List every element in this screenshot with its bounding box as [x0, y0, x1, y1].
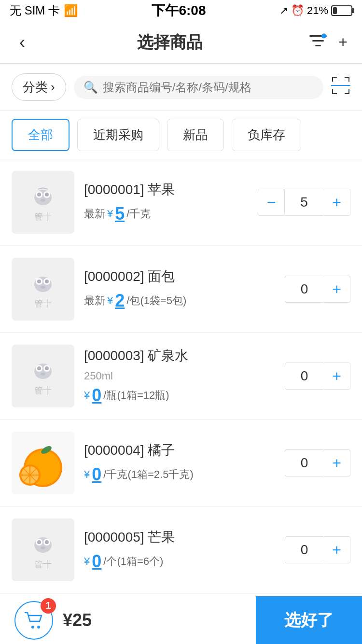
back-button[interactable]: ‹: [14, 28, 30, 57]
location-icon: ↗: [279, 4, 288, 17]
svg-point-57: [31, 626, 34, 629]
category-label: 分类: [23, 79, 48, 96]
search-input[interactable]: [103, 81, 314, 94]
list-item: 管十 [0000005] 芒果 ¥ 0 /个(1箱=6个) +: [0, 507, 362, 593]
quantity-control: − +: [258, 189, 350, 216]
svg-point-18: [41, 199, 45, 202]
product-price-row: ¥ 0 /个(1箱=6个): [84, 551, 275, 572]
wifi-icon: 📶: [64, 4, 78, 17]
product-image: 管十: [12, 258, 74, 321]
quantity-input[interactable]: [285, 276, 323, 303]
increment-button[interactable]: +: [323, 363, 350, 390]
svg-point-46: [45, 540, 49, 544]
confirm-button[interactable]: 选好了: [256, 596, 362, 644]
svg-rect-2: [315, 45, 321, 46]
category-button[interactable]: 分类 ›: [12, 73, 66, 101]
svg-point-16: [37, 193, 41, 196]
quantity-input[interactable]: [285, 449, 323, 476]
svg-rect-1: [312, 40, 324, 42]
list-item: [0000004] 橘子 ¥ 0 /千克(1箱=2.5千克) +: [0, 420, 362, 506]
tab-all[interactable]: 全部: [12, 119, 70, 151]
status-bar: 无 SIM 卡 📶 下午6:08 ↗ ⏰ 21%: [0, 0, 362, 21]
svg-point-58: [37, 626, 40, 629]
scan-icon[interactable]: [331, 76, 350, 99]
price-unit: /千克: [126, 207, 151, 221]
tab-recent[interactable]: 近期采购: [77, 119, 159, 151]
product-list: 管十 [0000001] 苹果 最新 ¥ 5 /千克 − +: [0, 159, 362, 644]
product-info: [0000005] 芒果 ¥ 0 /个(1箱=6个): [84, 528, 275, 572]
svg-point-29: [45, 366, 49, 370]
nav-actions: +: [309, 33, 348, 52]
alarm-icon: ⏰: [291, 4, 304, 17]
status-left: 无 SIM 卡 📶: [10, 3, 78, 18]
price-currency: ¥: [107, 208, 113, 220]
search-input-wrap: 🔍: [74, 76, 323, 99]
quantity-input[interactable]: [285, 189, 323, 216]
filter-icon[interactable]: [309, 33, 327, 52]
quantity-input[interactable]: [285, 536, 323, 563]
product-price-row: ¥ 0 /瓶(1箱=12瓶): [84, 385, 275, 406]
list-item: 管十 [0000003] 矿泉水 250ml ¥ 0 /瓶(1箱=12瓶) +: [0, 333, 362, 419]
svg-point-17: [45, 193, 49, 196]
product-image: 管十: [12, 518, 74, 581]
quantity-input[interactable]: [285, 363, 323, 390]
svg-point-23: [45, 280, 49, 283]
search-bar: 分类 › 🔍: [0, 64, 362, 111]
product-info: [0000003] 矿泉水 250ml ¥ 0 /瓶(1箱=12瓶): [84, 347, 275, 406]
battery-fill: [333, 7, 337, 14]
product-info: [0000001] 苹果 最新 ¥ 5 /千克: [84, 181, 248, 224]
bottom-bar: 1 ¥25 选好了: [0, 596, 362, 644]
quantity-control: +: [285, 536, 350, 563]
add-icon[interactable]: +: [338, 33, 348, 51]
product-name: [0000005] 芒果: [84, 528, 275, 546]
price-number: 0: [92, 551, 101, 572]
cart-badge: 1: [41, 598, 56, 614]
svg-point-30: [41, 373, 45, 376]
owl-logo-1: 管十: [28, 182, 57, 223]
increment-button[interactable]: +: [323, 536, 350, 563]
product-name: [0000004] 橘子: [84, 441, 275, 460]
svg-rect-5: [332, 77, 333, 82]
svg-point-45: [37, 540, 41, 544]
svg-point-24: [41, 286, 45, 289]
cart-icon-button[interactable]: 1: [14, 601, 53, 640]
product-name: [0000003] 矿泉水: [84, 347, 275, 365]
decrement-button[interactable]: −: [258, 189, 285, 216]
svg-rect-11: [348, 89, 349, 94]
product-name: [0000002] 面包: [84, 267, 275, 286]
battery-icon: [331, 5, 352, 16]
product-image: 管十: [12, 345, 74, 407]
tab-new[interactable]: 新品: [167, 119, 224, 151]
owl-logo-3: 管十: [28, 356, 57, 396]
cart-section: 1 ¥25: [0, 601, 106, 640]
svg-point-28: [37, 366, 41, 370]
product-name: [0000001] 苹果: [84, 181, 248, 199]
search-icon: 🔍: [84, 81, 98, 94]
price-number: 2: [115, 291, 125, 311]
increment-button[interactable]: +: [323, 449, 350, 476]
owl-logo-5: 管十: [28, 530, 57, 570]
battery-text: 21%: [307, 4, 328, 17]
product-info: [0000002] 面包 最新 ¥ 2 /包(1袋=5包): [84, 267, 275, 311]
tab-negative[interactable]: 负库存: [232, 119, 301, 151]
orange-image: [12, 432, 74, 494]
cart-icon: [24, 612, 43, 629]
price-number: 5: [115, 204, 125, 224]
svg-rect-12: [331, 85, 350, 86]
list-item: 管十 [0000002] 面包 最新 ¥ 2 /包(1袋=5包) +: [0, 246, 362, 332]
price-label: 最新: [84, 294, 105, 308]
svg-point-47: [41, 546, 45, 549]
nav-bar: ‹ 选择商品 +: [0, 21, 362, 64]
owl-logo-2: 管十: [28, 269, 57, 309]
product-price-row: 最新 ¥ 5 /千克: [84, 204, 248, 224]
product-price-row: ¥ 0 /千克(1箱=2.5千克): [84, 464, 275, 485]
increment-button[interactable]: +: [323, 276, 350, 303]
quantity-control: +: [285, 363, 350, 390]
status-time: 下午6:08: [152, 1, 206, 20]
svg-rect-7: [348, 77, 349, 82]
quantity-control: +: [285, 449, 350, 476]
price-unit: /包(1袋=5包): [126, 294, 186, 308]
price-number: 0: [92, 464, 101, 485]
price-currency: ¥: [84, 555, 90, 568]
increment-button[interactable]: +: [323, 189, 350, 216]
